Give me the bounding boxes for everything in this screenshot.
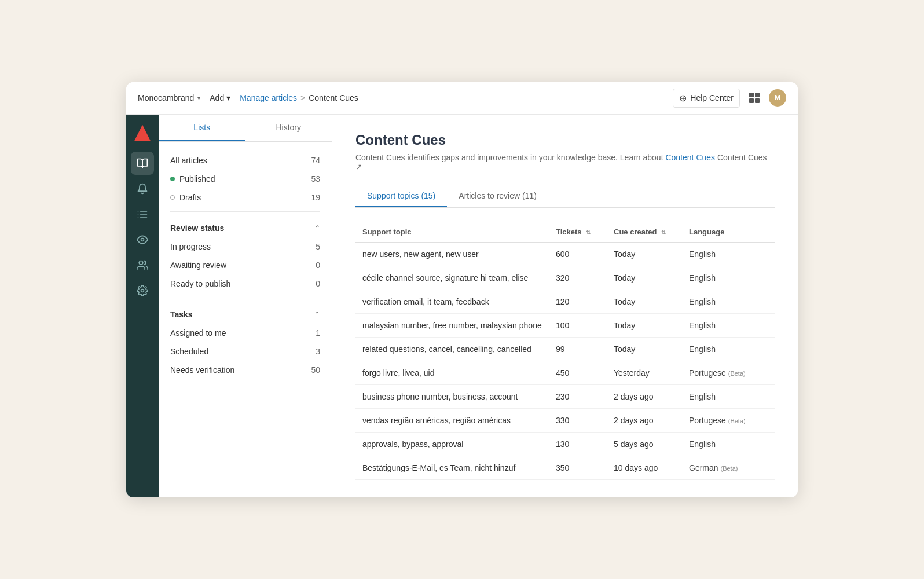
filter-awaiting-review-count: 0 [316, 261, 320, 270]
cell-cue-created-2: Today [607, 290, 682, 313]
cell-topic-0: new users, new agent, new user [355, 242, 549, 266]
tickets-sort-icon: ⇅ [586, 229, 591, 236]
col-header-language: Language [682, 222, 775, 243]
filter-drafts-label: Drafts [179, 193, 201, 202]
filter-assigned-to-me[interactable]: Assigned to me 1 [170, 324, 320, 342]
svg-point-6 [141, 238, 144, 241]
cell-tickets-2: 120 [549, 290, 607, 313]
add-dropdown[interactable]: Add ▾ [205, 91, 235, 105]
filter-all-articles-label: All articles [170, 156, 207, 165]
filter-needs-verification-label: Needs verification [170, 365, 234, 375]
filter-drafts-count: 19 [311, 193, 320, 202]
filter-needs-verification[interactable]: Needs verification 50 [170, 361, 320, 379]
content-description: Content Cues identifies gaps and improve… [355, 153, 775, 171]
table-row[interactable]: approvals, bypass, approval 130 5 days a… [355, 432, 775, 456]
brand-dropdown[interactable]: Monocambrand ▾ [138, 93, 200, 102]
table-row[interactable]: malaysian number, free number, malaysian… [355, 313, 775, 337]
filter-assigned-to-me-count: 1 [316, 328, 320, 338]
cell-language-8: English [682, 432, 775, 456]
review-status-chevron-icon: ⌃ [314, 224, 320, 232]
col-header-topic: Support topic [355, 222, 549, 243]
table-row[interactable]: verification email, it team, feedback 12… [355, 290, 775, 313]
filter-published[interactable]: Published 53 [170, 170, 320, 188]
filter-ready-to-publish-label: Ready to publish [170, 279, 230, 288]
tab-lists[interactable]: Lists [159, 115, 245, 141]
drafts-dot-icon [170, 195, 175, 200]
table-row[interactable]: related questions, cancel, cancelling, c… [355, 337, 775, 361]
sidebar-item-articles[interactable] [131, 152, 154, 175]
cell-tickets-3: 100 [549, 313, 607, 337]
breadcrumb-separator: > [300, 93, 305, 102]
table-header: Support topic Tickets ⇅ Cue created ⇅ La… [355, 222, 775, 243]
filter-assigned-to-me-label: Assigned to me [170, 328, 226, 338]
sidebar-item-eye[interactable] [131, 228, 154, 251]
col-header-cue-created[interactable]: Cue created ⇅ [607, 222, 682, 243]
filter-drafts[interactable]: Drafts 19 [170, 188, 320, 207]
tasks-header[interactable]: Tasks ⌃ [170, 303, 320, 324]
cell-cue-created-9: 10 days ago [607, 456, 682, 479]
cell-tickets-4: 99 [549, 337, 607, 361]
tab-history[interactable]: History [245, 115, 332, 141]
left-panel-tabs: Lists History [159, 115, 332, 142]
filter-awaiting-review[interactable]: Awaiting review 0 [170, 256, 320, 274]
avatar-initials: M [775, 94, 780, 102]
avatar[interactable]: M [769, 89, 786, 107]
svg-point-8 [141, 289, 144, 292]
filter-in-progress-label: In progress [170, 242, 211, 251]
review-status-title: Review status [170, 223, 224, 233]
help-center-button[interactable]: ⊕ Help Center [673, 89, 740, 108]
cell-topic-8: approvals, bypass, approval [355, 432, 549, 456]
filter-in-progress[interactable]: In progress 5 [170, 237, 320, 256]
cell-language-9: German (Beta) [682, 456, 775, 479]
cell-topic-4: related questions, cancel, cancelling, c… [355, 337, 549, 361]
filter-published-row: Published [170, 174, 215, 184]
brand-name: Monocambrand [138, 93, 194, 102]
breadcrumb-manage-articles[interactable]: Manage articles [240, 93, 297, 102]
cell-language-5: Portugese (Beta) [682, 361, 775, 384]
cell-cue-created-1: Today [607, 266, 682, 290]
cell-cue-created-5: Yesterday [607, 361, 682, 384]
filter-scheduled-count: 3 [316, 347, 320, 356]
sidebar [126, 115, 159, 497]
top-nav: Monocambrand ▾ Add ▾ Manage articles > C… [126, 82, 798, 115]
filter-all-articles[interactable]: All articles 74 [170, 151, 320, 170]
filter-all-articles-count: 74 [311, 156, 320, 165]
table-body: new users, new agent, new user 600 Today… [355, 242, 775, 479]
cell-topic-9: Bestätigungs-E-Mail, es Team, nicht hinz… [355, 456, 549, 479]
table-row[interactable]: new users, new agent, new user 600 Today… [355, 242, 775, 266]
cue-sort-icon: ⇅ [661, 229, 666, 236]
grid-view-icon[interactable] [749, 93, 760, 103]
cell-tickets-1: 320 [549, 266, 607, 290]
content-cues-link[interactable]: Content Cues [665, 153, 715, 162]
filter-ready-to-publish[interactable]: Ready to publish 0 [170, 274, 320, 293]
content-tabs: Support topics (15) Articles to review (… [355, 185, 775, 208]
left-panel: Lists History All articles 74 Published … [159, 115, 332, 497]
col-header-tickets[interactable]: Tickets ⇅ [549, 222, 607, 243]
svg-point-7 [139, 261, 143, 265]
content-desc-text: Content Cues identifies gaps and improve… [355, 153, 663, 162]
tab-support-topics[interactable]: Support topics (15) [355, 185, 447, 207]
divider-1 [170, 211, 320, 212]
cell-tickets-5: 450 [549, 361, 607, 384]
filter-published-label: Published [179, 174, 215, 184]
cell-cue-created-7: 2 days ago [607, 408, 682, 432]
sidebar-item-settings[interactable] [131, 279, 154, 302]
table-row[interactable]: vendas região américas, região américas … [355, 408, 775, 432]
filter-scheduled[interactable]: Scheduled 3 [170, 342, 320, 361]
tab-articles-to-review[interactable]: Articles to review (11) [447, 185, 548, 207]
cell-tickets-7: 330 [549, 408, 607, 432]
sidebar-item-notifications[interactable] [131, 177, 154, 200]
table-row[interactable]: forgo livre, livea, uid 450 Yesterday Po… [355, 361, 775, 384]
cell-language-6: English [682, 384, 775, 408]
cell-tickets-0: 600 [549, 242, 607, 266]
table-row[interactable]: Bestätigungs-E-Mail, es Team, nicht hinz… [355, 456, 775, 479]
table-row[interactable]: cécile channel source, signature hi team… [355, 266, 775, 290]
review-status-header[interactable]: Review status ⌃ [170, 217, 320, 237]
cell-topic-2: verification email, it team, feedback [355, 290, 549, 313]
cell-cue-created-6: 2 days ago [607, 384, 682, 408]
table-row[interactable]: business phone number, business, account… [355, 384, 775, 408]
sidebar-item-list[interactable] [131, 203, 154, 226]
cell-cue-created-4: Today [607, 337, 682, 361]
browser-window: Monocambrand ▾ Add ▾ Manage articles > C… [126, 82, 798, 497]
sidebar-item-users[interactable] [131, 254, 154, 277]
